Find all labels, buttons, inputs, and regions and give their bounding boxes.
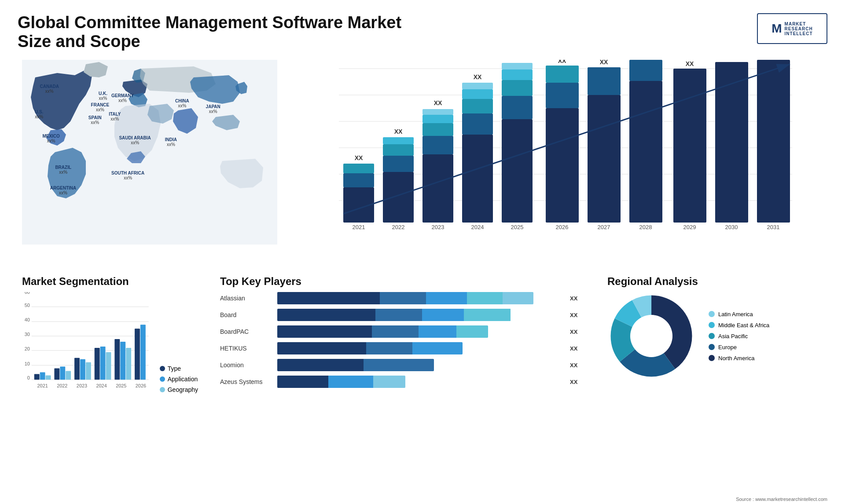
svg-text:2030: 2030	[725, 224, 738, 230]
svg-rect-34	[502, 80, 533, 96]
reg-dot-na	[709, 355, 715, 361]
svg-rect-81	[66, 371, 71, 380]
reg-dot-mea	[709, 322, 715, 328]
bar-seg3	[412, 342, 463, 354]
player-name-board: Board	[220, 311, 273, 318]
player-bar-boardpac	[277, 325, 562, 338]
growth-chart: XX 2021 XX 2022 XX 2023	[299, 60, 819, 236]
bar-seg2	[364, 359, 434, 371]
svg-rect-36	[502, 63, 533, 69]
svg-rect-25	[462, 135, 493, 223]
canada-label: CANADAxx%	[40, 84, 59, 94]
bar-seg1	[277, 325, 372, 338]
bar-seg1	[277, 376, 328, 388]
bar-seg3	[419, 325, 456, 338]
player-xx-hetikus: XX	[570, 345, 581, 352]
player-bar-loomion	[277, 359, 562, 371]
bar-seg5	[503, 292, 533, 304]
svg-text:2027: 2027	[598, 224, 610, 230]
germany-label: GERMANYxx%	[111, 93, 134, 103]
japan-label: JAPANxx%	[206, 104, 220, 114]
svg-text:2026: 2026	[136, 383, 146, 388]
svg-rect-9	[343, 164, 374, 173]
svg-rect-19	[422, 136, 453, 154]
bar-seg4	[456, 325, 488, 338]
svg-text:10: 10	[25, 361, 30, 366]
player-boardpac: BoardPAC XX	[220, 325, 581, 338]
segmentation-title: Market Segmentation	[22, 275, 198, 288]
svg-rect-87	[106, 352, 111, 380]
svg-text:2029: 2029	[683, 224, 696, 230]
southafrica-label: SOUTH AFRICAxx%	[111, 171, 144, 180]
reg-label-mea: Middle East & Africa	[718, 322, 769, 329]
regional-title: Regional Analysis	[607, 275, 819, 288]
svg-text:XX: XX	[558, 60, 566, 64]
svg-text:2031: 2031	[767, 224, 780, 230]
legend-dot-type	[160, 366, 165, 371]
reg-label-apac: Asia Pacific	[718, 333, 748, 340]
svg-rect-32	[502, 119, 533, 223]
logo-line2: RESEARCH	[785, 26, 813, 31]
legend-label-geo: Geography	[168, 386, 198, 393]
svg-rect-86	[100, 347, 106, 380]
svg-text:2021: 2021	[37, 383, 48, 388]
svg-rect-89	[120, 342, 125, 380]
svg-text:2025: 2025	[116, 383, 126, 388]
svg-rect-82	[74, 358, 80, 380]
reg-legend-na: North America	[709, 355, 769, 362]
map-svg	[22, 60, 277, 245]
india-label: INDIAxx%	[165, 137, 177, 147]
svg-rect-84	[86, 362, 91, 380]
player-name-loomion: Loomion	[220, 362, 273, 369]
player-bar-board	[277, 309, 562, 321]
bar-seg2	[366, 342, 412, 354]
players-list: Atlassian XX Board	[220, 292, 581, 388]
seg-chart-area: 0 10 20 30 40 50 60	[22, 292, 198, 393]
svg-text:0: 0	[27, 375, 30, 380]
svg-text:2026: 2026	[556, 224, 569, 230]
main-content: CANADAxx% U.S.xx% MEXICOxx% BRAZILxx% AR…	[0, 55, 845, 398]
svg-rect-58	[757, 60, 790, 223]
svg-rect-77	[40, 372, 45, 380]
player-hetikus: HETIKUS XX	[220, 342, 581, 354]
brazil-label: BRAZILxx%	[55, 165, 71, 175]
svg-text:XX: XX	[355, 154, 363, 161]
svg-text:XX: XX	[434, 99, 442, 106]
bottom-section: Market Segmentation 0 10 20 30 40 50 60	[18, 267, 827, 398]
svg-rect-76	[34, 374, 40, 380]
svg-rect-26	[462, 113, 493, 135]
bar-seg4	[467, 292, 503, 304]
player-xx-board: XX	[570, 312, 581, 318]
svg-rect-22	[422, 109, 453, 115]
svg-rect-39	[546, 108, 579, 223]
bar-seg2	[375, 309, 422, 321]
svg-rect-41	[546, 66, 579, 83]
svg-text:2021: 2021	[353, 224, 365, 230]
bar-seg3	[328, 376, 373, 388]
uk-label: U.K.xx%	[99, 91, 107, 101]
svg-rect-20	[422, 123, 453, 136]
donut-svg	[607, 292, 695, 380]
saudi-label: SAUDI ARABIAxx%	[119, 135, 151, 145]
reg-legend-mea: Middle East & Africa	[709, 322, 769, 329]
france-label: FRANCExx%	[91, 102, 110, 112]
legend-label-type: Type	[168, 365, 181, 372]
svg-rect-29	[462, 83, 493, 89]
reg-label-na: North America	[718, 355, 754, 362]
us-label: U.S.xx%	[35, 110, 43, 119]
legend-dot-geo	[160, 387, 165, 392]
svg-rect-48	[629, 81, 662, 223]
svg-rect-78	[46, 375, 51, 380]
reg-label-latin: Latin America	[718, 311, 753, 318]
donut-area: Latin America Middle East & Africa Asia …	[607, 292, 819, 380]
svg-rect-35	[502, 69, 533, 80]
svg-text:XX: XX	[474, 73, 482, 80]
svg-rect-13	[383, 156, 414, 172]
segmentation-section: Market Segmentation 0 10 20 30 40 50 60	[18, 271, 202, 398]
growth-chart-svg: XX 2021 XX 2022 XX 2023	[299, 60, 819, 236]
svg-rect-49	[629, 60, 662, 81]
svg-rect-44	[588, 95, 621, 223]
reg-legend-latin: Latin America	[709, 311, 769, 318]
player-atlassian: Atlassian XX	[220, 292, 581, 304]
svg-point-104	[630, 315, 672, 357]
